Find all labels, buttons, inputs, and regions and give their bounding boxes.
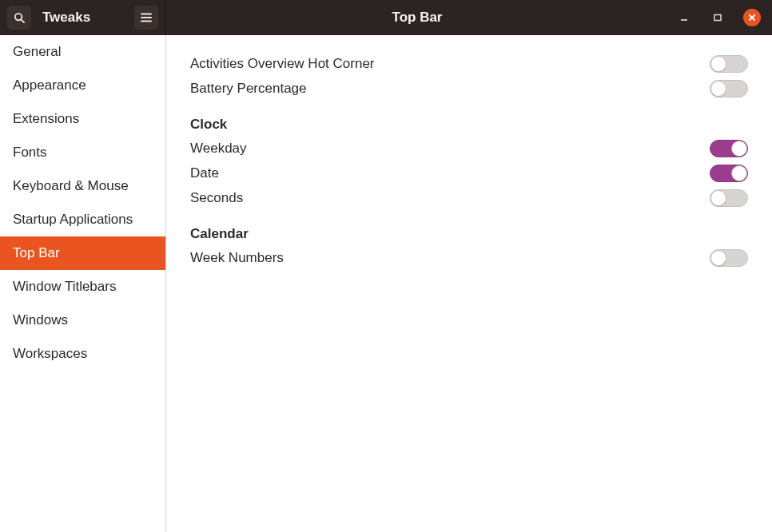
setting-label: Date (190, 165, 219, 181)
sidebar-item-general[interactable]: General (0, 35, 165, 69)
setting-row-activities-overview-hot-corner: Activities Overview Hot Corner (190, 51, 748, 76)
sidebar-item-label: Fonts (13, 145, 47, 160)
search-icon (14, 12, 26, 24)
toggle-knob (710, 81, 726, 97)
sidebar-item-label: Workspaces (13, 346, 87, 361)
sidebar-item-label: Top Bar (13, 245, 60, 260)
sidebar-item-top-bar[interactable]: Top Bar (0, 236, 165, 270)
content: Activities Overview Hot CornerBattery Pe… (166, 35, 772, 532)
sidebar-item-label: Window Titlebars (13, 279, 116, 294)
sidebar-item-window-titlebars[interactable]: Window Titlebars (0, 270, 165, 304)
sidebar-item-label: Startup Applications (13, 212, 133, 227)
app-window: Tweaks Top Bar (0, 0, 772, 532)
toggle-seconds[interactable] (710, 189, 748, 207)
svg-line-1 (21, 19, 24, 22)
toggle-weekday[interactable] (710, 140, 748, 157)
toggle-week-numbers[interactable] (710, 249, 748, 267)
minimize-button[interactable] (676, 10, 692, 26)
body: GeneralAppearanceExtensionsFontsKeyboard… (0, 35, 772, 532)
titlebar-center: Top Bar (166, 0, 772, 35)
toggle-battery-percentage[interactable] (710, 80, 748, 97)
titlebar-left: Tweaks (0, 0, 166, 35)
svg-rect-6 (714, 15, 721, 21)
sidebar-item-startup-applications[interactable]: Startup Applications (0, 203, 165, 236)
sidebar-item-label: Appearance (13, 77, 86, 93)
sidebar-item-appearance[interactable]: Appearance (0, 69, 165, 102)
sidebar: GeneralAppearanceExtensionsFontsKeyboard… (0, 35, 166, 532)
minimize-icon (680, 14, 688, 22)
sidebar-item-label: Extensions (13, 111, 79, 126)
setting-label: Weekday (190, 141, 247, 157)
titlebar: Tweaks Top Bar (0, 0, 772, 35)
setting-label: Battery Percentage (190, 81, 307, 97)
setting-row-battery-percentage: Battery Percentage (190, 76, 748, 101)
setting-row-week-numbers: Week Numbers (190, 245, 748, 270)
toggle-date[interactable] (710, 165, 748, 182)
maximize-button[interactable] (710, 10, 726, 26)
setting-row-weekday: Weekday (190, 136, 748, 161)
toggle-activities-overview-hot-corner[interactable] (710, 55, 748, 73)
maximize-icon (714, 14, 722, 22)
page-title: Top Bar (166, 10, 668, 26)
sidebar-item-extensions[interactable]: Extensions (0, 102, 165, 136)
sidebar-item-fonts[interactable]: Fonts (0, 136, 165, 169)
sidebar-item-keyboard-mouse[interactable]: Keyboard & Mouse (0, 169, 165, 203)
app-title: Tweaks (42, 10, 134, 26)
toggle-knob (731, 141, 747, 157)
section-title-calendar: Calendar (190, 223, 748, 245)
toggle-knob (710, 250, 726, 266)
setting-label: Seconds (190, 190, 243, 206)
sidebar-item-windows[interactable]: Windows (0, 304, 165, 337)
search-button[interactable] (7, 6, 31, 30)
window-controls (676, 9, 761, 26)
setting-label: Week Numbers (190, 250, 284, 266)
section-title-clock: Clock (190, 113, 748, 136)
sidebar-item-label: Keyboard & Mouse (13, 178, 129, 193)
hamburger-icon (141, 13, 152, 22)
hamburger-button[interactable] (134, 6, 158, 30)
sidebar-item-workspaces[interactable]: Workspaces (0, 337, 165, 371)
close-icon (748, 14, 756, 22)
close-button[interactable] (743, 9, 761, 26)
toggle-knob (710, 56, 726, 72)
toggle-knob (710, 190, 726, 206)
toggle-knob (731, 165, 747, 181)
setting-row-date: Date (190, 161, 748, 185)
sidebar-item-label: General (13, 44, 61, 59)
setting-label: Activities Overview Hot Corner (190, 56, 375, 72)
sidebar-item-label: Windows (13, 312, 68, 328)
setting-row-seconds: Seconds (190, 185, 748, 210)
